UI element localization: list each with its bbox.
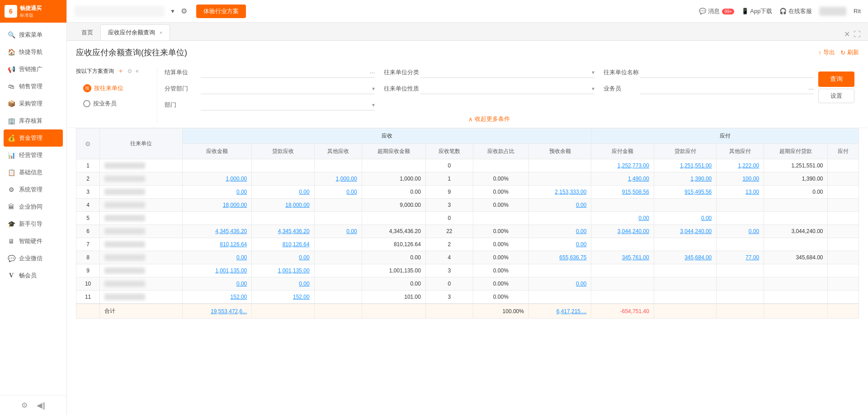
partner-category-input[interactable] (420, 67, 590, 77)
salesperson-dots[interactable]: ··· (808, 85, 814, 92)
sidebar-item-member[interactable]: V 畅会员 (0, 267, 66, 284)
row-pay-amount: 1,490.00 (591, 172, 654, 186)
partner-nature-chevron[interactable]: ▾ (592, 86, 594, 92)
messages-badge: 99+ (722, 9, 734, 14)
refresh-button[interactable]: ↻ 刷新 (840, 48, 859, 57)
query-button[interactable]: 查询 (818, 72, 854, 87)
settings-header-icon[interactable]: ⚙ (181, 7, 187, 15)
tab-close-icon[interactable]: × (160, 30, 162, 35)
collapse-scheme-icon[interactable]: « (136, 68, 139, 74)
partner-name-input[interactable] (640, 67, 814, 77)
table-row: 5 0 0.00 0.00 (76, 212, 859, 225)
sidebar-item-search[interactable]: 🔍 搜索菜单 (0, 26, 66, 43)
row-rec-count: 3 (425, 291, 473, 304)
partner-name-input-wrapper (640, 67, 814, 78)
col-settings-header[interactable]: ⚙ (76, 129, 100, 159)
collapse-footer-icon[interactable]: ◀‖ (37, 401, 46, 410)
col-pay-overdue: 超期应付贷款 (764, 144, 828, 159)
set-button[interactable]: 设置 (818, 89, 854, 103)
filter-label: 按以下方案查询 (76, 67, 114, 75)
row-rec-overdue: 101.00 (362, 291, 425, 304)
settings-footer-icon[interactable]: ⚙ (21, 401, 28, 410)
row-no: 8 (76, 251, 100, 264)
tab-receivable-query[interactable]: 应收应付余额查询 × (100, 24, 170, 40)
sidebar: 6 畅捷通买 标准版 🔍 搜索菜单 🏠 快捷导航 📢 营销推广 🛍 销售管理 (0, 0, 67, 415)
row-pay-other: 1,222.00 (717, 159, 764, 172)
partner-nature-input[interactable] (420, 83, 590, 94)
row-rec-other: 1,000.00 (314, 172, 362, 186)
tab-maximize-icon[interactable]: ⛶ (854, 30, 861, 38)
service-section[interactable]: 🎧 在线客服 (779, 7, 812, 15)
export-button[interactable]: ↑ 导出 (819, 48, 835, 57)
download-section[interactable]: 📱 App下载 (741, 7, 772, 15)
tab-close-window-icon[interactable]: ✕ (844, 30, 850, 38)
row-rec-ratio: 0.00% (473, 225, 528, 238)
header-dropdown-icon[interactable]: ▼ (170, 8, 175, 14)
row-pay-extra (828, 159, 859, 172)
header-breadcrumb (74, 6, 165, 17)
user-avatar[interactable] (819, 7, 846, 16)
row-pre-balance: 0.00 (528, 277, 591, 291)
row-rec-overdue: 810,126.64 (362, 238, 425, 251)
sidebar-item-inventory[interactable]: 🏢 库存核算 (0, 112, 66, 129)
sidebar-item-purchase[interactable]: 📦 采购管理 (0, 95, 66, 112)
filter-option-partner[interactable]: 按 按往来单位 (76, 81, 151, 96)
row-pay-extra (828, 225, 859, 238)
dept-chevron[interactable]: ▾ (372, 86, 375, 92)
partner-category-label: 往来单位分类 (384, 68, 420, 76)
row-rec-overdue (362, 159, 425, 172)
row-pay-overdue (764, 238, 828, 251)
messages-section[interactable]: 💬 消息 99+ (699, 7, 734, 15)
sidebar-item-quicknav[interactable]: 🏠 快捷导航 (0, 43, 66, 61)
row-rec-amount: 0.00 (182, 251, 252, 264)
row-pay-amount: 0.00 (591, 212, 654, 225)
department-input[interactable] (201, 100, 370, 110)
row-pre-balance: 655,636.75 (528, 251, 591, 264)
filter-collapse-btn[interactable]: ∧ 收起更多条件 (165, 115, 814, 123)
salesperson-input[interactable] (640, 83, 807, 94)
row-pay-extra (828, 264, 859, 277)
row-pay-amount (591, 238, 654, 251)
footer-rec-amount[interactable]: 19,553,472,6... (182, 304, 252, 319)
row-rec-overdue (362, 212, 425, 225)
col-pay-loan: 贷款应付 (654, 144, 716, 159)
tab-home[interactable]: 首页 (74, 25, 100, 40)
filter-option-salesperson[interactable]: 按业务员 (76, 96, 151, 111)
settlement-dots[interactable]: ··· (370, 69, 375, 76)
sidebar-item-enterprise[interactable]: 🏛 企业协同 (0, 198, 66, 215)
dept-input-wrapper: ▾ (201, 83, 375, 94)
filter-area: 按以下方案查询 ＋ ⊙ « 按 按往来单位 按业务员 (67, 62, 868, 128)
dept-input[interactable] (201, 83, 370, 94)
table-footer-row: 合计 19,553,472,6... 100.00% 6,417,215....… (76, 304, 859, 319)
table-settings-icon[interactable]: ⚙ (85, 140, 91, 148)
footer-pay-amount: -654,751.40 (591, 304, 654, 319)
department-label: 部门 (165, 101, 201, 109)
sidebar-item-operation[interactable]: 📊 经营管理 (0, 147, 66, 164)
partner-category-input-wrapper: ▾ (420, 67, 594, 78)
service-icon: 🎧 (779, 8, 787, 14)
promo-button[interactable]: 体验行业方案 (196, 5, 246, 18)
sidebar-item-system[interactable]: ⚙ 系统管理 (0, 181, 66, 198)
row-rec-other (314, 264, 362, 277)
row-pay-overdue: 1,390.00 (764, 172, 828, 186)
row-pay-amount: 345,761.00 (591, 251, 654, 264)
department-chevron[interactable]: ▾ (372, 102, 375, 108)
sidebar-item-finance[interactable]: 💰 资金管理 (4, 129, 63, 147)
partner-category-chevron[interactable]: ▾ (592, 69, 594, 76)
row-rec-overdue: 9,000.00 (362, 199, 425, 212)
row-partner (100, 199, 182, 212)
sidebar-item-guide[interactable]: 🎓 新手引导 (0, 215, 66, 233)
row-pay-overdue (764, 199, 828, 212)
settings-scheme-icon[interactable]: ⊙ (127, 68, 132, 74)
sidebar-item-basic[interactable]: 📋 基础信息 (0, 164, 66, 181)
sidebar-item-wechat[interactable]: 💬 企业微信 (0, 250, 66, 267)
row-pre-balance: 0.00 (528, 199, 591, 212)
sidebar-item-sales[interactable]: 🛍 销售管理 (0, 78, 66, 95)
filter-row-partner-category: 往来单位分类 ▾ (384, 67, 594, 78)
add-scheme-icon[interactable]: ＋ (118, 67, 124, 75)
sidebar-item-hardware[interactable]: 🖥 智能硬件 (0, 233, 66, 250)
settlement-input[interactable] (201, 67, 368, 77)
footer-pre-balance[interactable]: 6,417,215.... (528, 304, 591, 319)
row-rec-ratio (473, 212, 528, 225)
sidebar-item-marketing[interactable]: 📢 营销推广 (0, 61, 66, 78)
